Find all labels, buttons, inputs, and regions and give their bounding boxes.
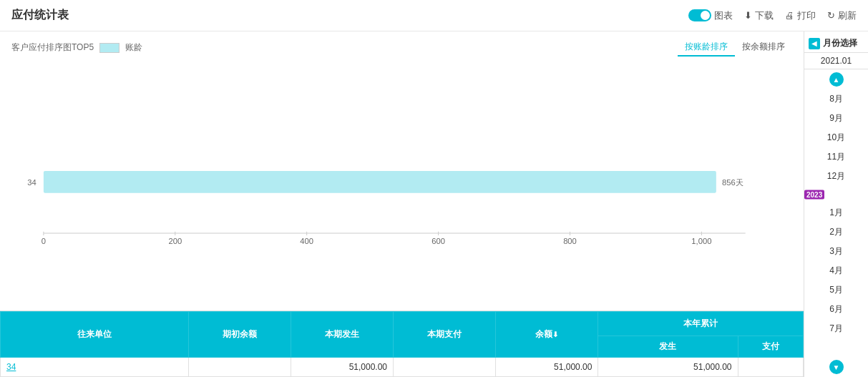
bar-end-label: 856天 bbox=[722, 179, 743, 187]
col-header-ytd-pay: 支付 bbox=[738, 336, 804, 358]
download-label: 下载 bbox=[755, 9, 774, 22]
legend-box-icon bbox=[99, 43, 120, 53]
table-header-row-1: 往来单位 期初余额 本期发生 本期支付 余额⬇ 本年累计 bbox=[1, 312, 804, 336]
cell-balance: 51,000.00 bbox=[496, 358, 598, 377]
month-item[interactable]: 1月 bbox=[804, 203, 868, 222]
month-item[interactable]: 8月 bbox=[804, 89, 868, 109]
y-axis-label: 34 bbox=[27, 179, 36, 187]
sidebar-nav-down-button[interactable]: ▼ bbox=[804, 357, 868, 377]
unit-link[interactable]: 34 bbox=[6, 362, 16, 372]
cell-unit: 34 bbox=[1, 358, 189, 377]
data-table: 往来单位 期初余额 本期发生 本期支付 余额⬇ 本年累计 发生 支付 bbox=[0, 311, 804, 377]
table-area: 往来单位 期初余额 本期发生 本期支付 余额⬇ 本年累计 发生 支付 bbox=[0, 310, 804, 377]
chart-panel: 客户应付排序图TOP5 账龄 按账龄排序 按余额排序 34 856天 bbox=[0, 31, 804, 377]
chart-toggle[interactable]: 图表 bbox=[688, 9, 733, 22]
cell-opening bbox=[188, 358, 291, 377]
cell-current-occ: 51,000.00 bbox=[291, 358, 393, 377]
cell-ytd-occ: 51,000.00 bbox=[598, 358, 738, 377]
svg-text:600: 600 bbox=[431, 237, 445, 245]
header-actions: 图表 ⬇ 下载 🖨 打印 ↻ 刷新 bbox=[688, 9, 857, 22]
header: 应付统计表 图表 ⬇ 下载 🖨 打印 ↻ 刷新 bbox=[0, 0, 868, 31]
month-item[interactable]: 3月 bbox=[804, 242, 868, 261]
month-item[interactable]: 2月 bbox=[804, 222, 868, 242]
month-item[interactable]: 11月 bbox=[804, 147, 868, 167]
right-sidebar: ◀ 月份选择 2021.01 ▲ 8月9月10月11月12月2023 1月2月3… bbox=[804, 31, 868, 377]
main-area: 客户应付排序图TOP5 账龄 按账龄排序 按余额排序 34 856天 bbox=[0, 31, 868, 377]
cell-ytd-pay bbox=[738, 358, 804, 377]
svg-text:1,000: 1,000 bbox=[691, 237, 711, 245]
chart-bar bbox=[44, 171, 716, 193]
sidebar-header: ◀ 月份选择 bbox=[804, 31, 868, 53]
sidebar-nav-up-button[interactable]: ▲ bbox=[804, 69, 868, 89]
col-header-unit: 往来单位 bbox=[1, 312, 189, 358]
table-body: 34 51,000.00 51,000.00 51,000.00 bbox=[1, 358, 804, 377]
refresh-label: 刷新 bbox=[838, 9, 857, 22]
refresh-button[interactable]: ↻ 刷新 bbox=[827, 9, 857, 22]
chart-label: 图表 bbox=[714, 9, 733, 22]
svg-text:800: 800 bbox=[563, 237, 577, 245]
sidebar-collapse-button[interactable]: ◀ bbox=[809, 38, 820, 49]
sort-by-age-button[interactable]: 按账龄排序 bbox=[678, 39, 735, 57]
collapse-icon: ◀ bbox=[811, 39, 817, 47]
chevron-up-icon[interactable]: ▲ bbox=[829, 72, 844, 87]
chart-sort-buttons: 按账龄排序 按余额排序 bbox=[678, 39, 792, 57]
download-icon: ⬇ bbox=[744, 10, 752, 21]
svg-text:0: 0 bbox=[42, 237, 46, 245]
download-button[interactable]: ⬇ 下载 bbox=[744, 9, 774, 22]
print-label: 打印 bbox=[797, 9, 816, 22]
month-item[interactable]: 5月 bbox=[804, 280, 868, 300]
col-header-current-occ: 本期发生 bbox=[291, 312, 393, 358]
cell-current-pay bbox=[394, 358, 496, 377]
month-item[interactable]: 12月 bbox=[804, 167, 868, 186]
refresh-icon: ↻ bbox=[827, 10, 835, 21]
month-item[interactable]: 7月 bbox=[804, 319, 868, 338]
chart-svg: 34 856天 0 200 400 600 800 bbox=[14, 68, 789, 303]
table-wrapper: 往来单位 期初余额 本期发生 本期支付 余额⬇ 本年累计 发生 支付 bbox=[0, 311, 804, 377]
svg-text:400: 400 bbox=[300, 237, 313, 245]
page-title: 应付统计表 bbox=[11, 8, 69, 23]
chart-legend: 客户应付排序图TOP5 账龄 bbox=[11, 41, 142, 54]
print-icon: 🖨 bbox=[785, 10, 794, 21]
sidebar-current-date: 2021.01 bbox=[804, 53, 868, 69]
month-item[interactable]: 4月 bbox=[804, 261, 868, 280]
col-header-ytd: 本年累计 bbox=[598, 312, 804, 336]
toggle-switch-icon[interactable] bbox=[688, 9, 711, 21]
month-item[interactable]: 6月 bbox=[804, 300, 868, 319]
col-header-current-pay: 本期支付 bbox=[394, 312, 496, 358]
month-item[interactable]: 9月 bbox=[804, 109, 868, 128]
chart-legend-title: 客户应付排序图TOP5 bbox=[11, 41, 94, 54]
svg-text:200: 200 bbox=[168, 237, 182, 245]
chart-header: 客户应付排序图TOP5 账龄 按账龄排序 按余额排序 bbox=[0, 31, 804, 61]
col-header-balance: 余额⬇ bbox=[496, 312, 598, 358]
sort-by-balance-button[interactable]: 按余额排序 bbox=[735, 39, 792, 57]
page-container: 应付统计表 图表 ⬇ 下载 🖨 打印 ↻ 刷新 bbox=[0, 0, 868, 377]
col-header-opening: 期初余额 bbox=[188, 312, 291, 358]
table-row: 34 51,000.00 51,000.00 51,000.00 bbox=[1, 358, 804, 377]
month-item[interactable]: 10月 bbox=[804, 128, 868, 147]
sidebar-title: 月份选择 bbox=[823, 37, 857, 49]
month-list: 8月9月10月11月12月2023 1月2月3月4月5月6月7月 bbox=[804, 89, 868, 357]
chevron-down-icon[interactable]: ▼ bbox=[829, 360, 844, 374]
chart-legend-item: 账龄 bbox=[125, 41, 142, 54]
month-item[interactable]: 2023 bbox=[804, 186, 868, 203]
col-header-ytd-occ: 发生 bbox=[598, 336, 738, 358]
print-button[interactable]: 🖨 打印 bbox=[785, 9, 816, 22]
chart-area: 34 856天 0 200 400 600 800 bbox=[0, 61, 804, 310]
